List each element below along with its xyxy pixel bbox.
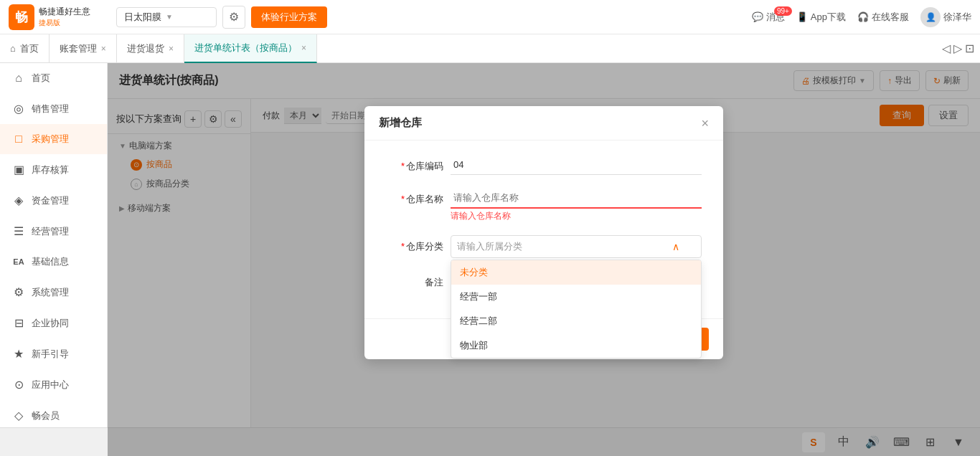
home-icon: ⌂ [11,72,26,85]
sidebar-item-guide[interactable]: ★ 新手引导 [0,338,107,369]
sidebar-item-member[interactable]: ◇ 畅会员 [0,400,107,431]
warehouse-name-label: 仓库名称 [386,188,443,206]
warehouse-name-error: 请输入仓库名称 [451,210,702,222]
category-dropdown: 未分类 经营一部 经营二部 物业部 [451,260,702,358]
tab-home[interactable]: ⌂ 首页 [0,34,50,63]
content-area: 进货单统计(按商品) 🖨 按模板打印 ▼ ↑ 导出 ↻ 刷新 [108,63,980,456]
message-badge: 99+ [774,6,792,16]
add-warehouse-modal: 新增仓库 × 仓库编码 仓库名称 [364,106,723,359]
warehouse-remark-label: 备注 [386,271,443,289]
main-layout: ⌂ 首页 ◎ 销售管理 □ 采购管理 ▣ 库存核算 ◈ 资金管理 ☰ 经营管理 … [0,63,980,456]
home-icon: ⌂ [10,43,16,54]
operations-icon: ☰ [11,224,26,238]
sidebar-item-basic-info[interactable]: EA 基础信息 [0,247,107,277]
sidebar-item-apps[interactable]: ⊙ 应用中心 [0,369,107,400]
settings-button[interactable]: ⚙ [222,6,245,29]
sidebar-item-purchase[interactable]: □ 采购管理 [0,124,107,154]
tab-bar: ⌂ 首页 账套管理 × 进货退货 × 进货单统计表（按商品） × ◁ ▷ ⊡ [0,34,980,63]
dropdown-item-dept3[interactable]: 物业部 [451,333,701,358]
online-service-button[interactable]: 🎧 在线客服 [857,11,909,24]
finance-icon: ◈ [11,194,26,207]
tab-close-icon[interactable]: × [301,43,306,53]
warehouse-name-row: 仓库名称 请输入仓库名称 [386,188,702,222]
sidebar-item-inventory[interactable]: ▣ 库存核算 [0,154,107,185]
warehouse-category-select[interactable]: 请输入所属分类 ∧ [451,235,702,258]
sidebar-item-enterprise[interactable]: ⊟ 企业协同 [0,308,107,338]
tab-prev-icon[interactable]: ◁ [942,42,951,55]
chevron-up-icon: ∧ [672,241,679,252]
enterprise-icon: ⊟ [11,316,26,330]
warehouse-name-control: 请输入仓库名称 [451,188,702,222]
top-header: 畅 畅捷通好生意 捷易版 日太阳膜 ▼ ⚙ 体验行业方案 💬 消息 99+ 📱 … [0,0,980,34]
tab-account[interactable]: 账套管理 × [50,34,117,63]
category-placeholder: 请输入所属分类 [457,240,522,253]
tab-close-icon[interactable]: × [169,44,174,54]
guide-icon: ★ [11,347,26,361]
trial-button[interactable]: 体验行业方案 [251,6,327,28]
modal-title: 新增仓库 [379,116,422,130]
warehouse-code-label: 仓库编码 [386,155,443,173]
member-icon: ◇ [11,409,26,422]
phone-icon: 📱 [796,11,808,22]
inventory-icon: ▣ [11,163,26,176]
sidebar-item-system[interactable]: ⚙ 系统管理 [0,277,107,308]
apps-icon: ⊙ [11,378,26,391]
header-middle: 日太阳膜 ▼ ⚙ 体验行业方案 [116,6,752,29]
purchase-icon: □ [11,133,26,146]
chevron-down-icon: ▼ [166,13,173,21]
sidebar: ⌂ 首页 ◎ 销售管理 □ 采购管理 ▣ 库存核算 ◈ 资金管理 ☰ 经营管理 … [0,63,108,456]
modal-close-button[interactable]: × [701,117,709,130]
tab-controls: ◁ ▷ ⊡ [936,42,980,55]
logo-area: 畅 畅捷通好生意 捷易版 [9,4,116,30]
dropdown-item-dept2[interactable]: 经营二部 [451,309,701,333]
sidebar-item-sales[interactable]: ◎ 销售管理 [0,93,107,124]
warehouse-name-input[interactable] [451,188,702,209]
headset-icon: 🎧 [857,11,869,22]
modal-header: 新增仓库 × [364,106,723,141]
basic-info-icon: EA [11,257,26,266]
logo-text: 畅捷通好生意 捷易版 [39,6,90,28]
dropdown-item-uncategorized[interactable]: 未分类 [451,260,701,285]
user-menu[interactable]: 👤 徐泽华 [920,7,971,27]
message-icon: 💬 [752,11,763,22]
tab-purchase-stats[interactable]: 进货单统计表（按商品） × [184,34,317,63]
sales-icon: ◎ [11,102,26,115]
tab-next-icon[interactable]: ▷ [953,42,962,55]
warehouse-code-input[interactable] [451,155,702,175]
warehouse-code-control [451,155,702,175]
sidebar-item-finance[interactable]: ◈ 资金管理 [0,185,107,216]
tab-close-icon[interactable]: × [101,44,106,54]
tab-expand-icon[interactable]: ⊡ [965,42,974,55]
modal-body: 仓库编码 仓库名称 请输入仓库名称 [364,141,723,318]
header-right: 💬 消息 99+ 📱 App下载 🎧 在线客服 👤 徐泽华 [752,7,971,27]
warehouse-category-control: 请输入所属分类 ∧ 未分类 经营一部 经营二部 物业部 [451,235,702,258]
avatar: 👤 [920,7,941,27]
system-icon: ⚙ [11,285,26,299]
store-selector[interactable]: 日太阳膜 ▼ [116,7,217,27]
warehouse-code-row: 仓库编码 [386,155,702,175]
sidebar-item-operations[interactable]: ☰ 经营管理 [0,216,107,247]
sidebar-item-home[interactable]: ⌂ 首页 [0,63,107,93]
app-download-button[interactable]: 📱 App下载 [796,11,846,24]
logo-icon: 畅 [9,4,34,30]
message-button[interactable]: 💬 消息 99+ [752,11,785,24]
tab-purchase-return[interactable]: 进货退货 × [117,34,184,63]
warehouse-category-row: 仓库分类 请输入所属分类 ∧ 未分类 经营一部 经营二部 物业 [386,235,702,258]
warehouse-category-label: 仓库分类 [386,235,443,253]
dropdown-item-dept1[interactable]: 经营一部 [451,285,701,309]
modal-overlay: 新增仓库 × 仓库编码 仓库名称 [108,63,980,456]
